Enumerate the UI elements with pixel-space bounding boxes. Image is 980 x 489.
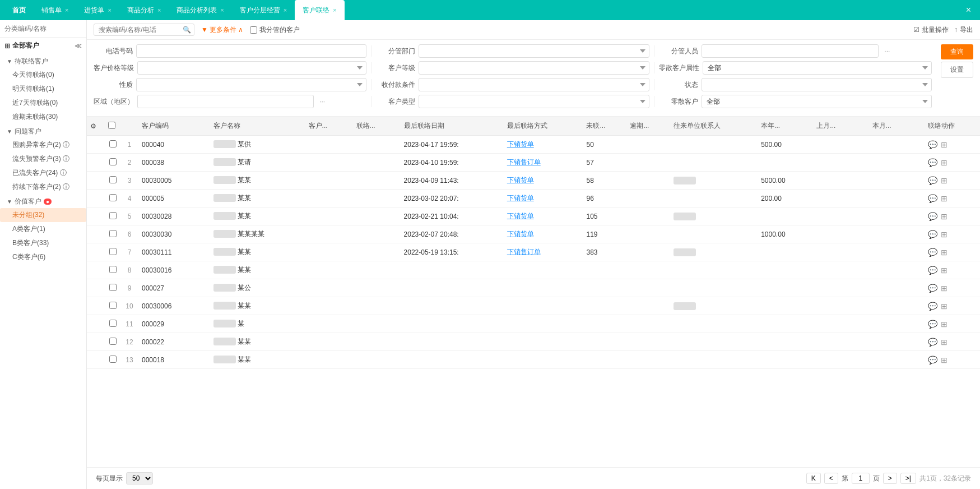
- comment-icon[interactable]: 💬: [928, 140, 937, 149]
- grid-action-icon[interactable]: ⊞: [941, 140, 948, 149]
- grid-action-icon[interactable]: ⊞: [941, 212, 948, 221]
- col-name[interactable]: 客户名称: [210, 117, 305, 136]
- row-name[interactable]: 某某: [210, 243, 305, 261]
- nature-select[interactable]: [136, 78, 366, 91]
- prev-page-btn[interactable]: <: [824, 473, 838, 484]
- sidebar-item-today-pending[interactable]: 今天待联络(0): [0, 68, 86, 82]
- phone-input[interactable]: [136, 44, 366, 58]
- comment-icon[interactable]: 💬: [928, 230, 937, 239]
- col-last-contact-method[interactable]: 最后联络方式: [504, 117, 583, 136]
- row-check-cell[interactable]: [105, 297, 120, 315]
- col-this-year[interactable]: 本年...: [758, 117, 813, 136]
- sidebar-pending-group[interactable]: ▼ 待联络客户: [0, 54, 86, 68]
- comment-icon[interactable]: 💬: [928, 320, 937, 329]
- dept-select[interactable]: [419, 44, 649, 58]
- row-last-contact-method[interactable]: 下销货单: [504, 225, 583, 243]
- grid-action-icon[interactable]: ⊞: [941, 338, 948, 347]
- sidebar-item-c-class[interactable]: C类客户(6): [0, 250, 86, 264]
- nav-product-analysis-close[interactable]: ×: [157, 7, 161, 13]
- row-checkbox[interactable]: [109, 212, 117, 219]
- my-customers-check[interactable]: [250, 26, 257, 34]
- query-btn[interactable]: 查询: [941, 44, 973, 59]
- contact-method-link[interactable]: 下销货单: [507, 230, 534, 238]
- my-customers-checkbox[interactable]: 我分管的客户: [250, 25, 300, 35]
- comment-icon[interactable]: 💬: [928, 212, 937, 221]
- customer-type-select[interactable]: [419, 95, 649, 108]
- row-last-contact-method[interactable]: 下销货单: [504, 136, 583, 154]
- grid-action-icon[interactable]: ⊞: [941, 176, 948, 185]
- nav-purchase-close[interactable]: ×: [108, 7, 111, 13]
- person-more-icon[interactable]: ···: [884, 47, 890, 55]
- col-last-month[interactable]: 上月...: [813, 117, 868, 136]
- row-checkbox[interactable]: [109, 194, 117, 201]
- sidebar-item-week-pending[interactable]: 近7天待联络(0): [0, 96, 86, 110]
- row-name[interactable]: 某某: [210, 351, 305, 369]
- row-checkbox[interactable]: [109, 302, 117, 309]
- row-check-cell[interactable]: [105, 351, 120, 369]
- sidebar-value-group[interactable]: ▼ 价值客户 ●: [0, 194, 86, 208]
- comment-icon[interactable]: 💬: [928, 194, 937, 203]
- grid-action-icon[interactable]: ⊞: [941, 194, 948, 203]
- contact-method-link[interactable]: 下销货单: [507, 212, 534, 220]
- comment-icon[interactable]: 💬: [928, 176, 937, 185]
- row-last-contact-method[interactable]: 下销货单: [504, 190, 583, 207]
- grid-action-icon[interactable]: ⊞: [941, 158, 948, 167]
- row-check-cell[interactable]: [105, 333, 120, 351]
- sidebar-search-input[interactable]: [4, 25, 87, 33]
- sidebar-item-overdue-pending[interactable]: 逾期未联络(30): [0, 110, 86, 124]
- nav-product-analysis-list-close[interactable]: ×: [220, 7, 224, 13]
- comment-icon[interactable]: 💬: [928, 284, 937, 293]
- status-select[interactable]: [702, 78, 932, 91]
- first-page-btn[interactable]: K: [806, 473, 821, 484]
- col-contact[interactable]: 联络...: [353, 117, 401, 136]
- col-last-contact-date[interactable]: 最后联络日期: [401, 117, 504, 136]
- select-all-checkbox[interactable]: [108, 122, 115, 129]
- nav-close-all[interactable]: ×: [962, 5, 976, 15]
- nav-customer-segment-close[interactable]: ×: [284, 7, 287, 13]
- row-checkbox[interactable]: [109, 284, 117, 291]
- contact-method-link[interactable]: 下销货单: [507, 176, 534, 184]
- row-name[interactable]: 某某: [210, 261, 305, 279]
- sidebar-item-tomorrow-pending[interactable]: 明天待联络(1): [0, 82, 86, 96]
- region-more-icon[interactable]: ···: [319, 98, 325, 105]
- row-name[interactable]: 某某某某: [210, 225, 305, 243]
- comment-icon[interactable]: 💬: [928, 302, 937, 311]
- row-checkbox[interactable]: [109, 158, 117, 165]
- retail-select[interactable]: 全部: [702, 95, 932, 108]
- comment-icon[interactable]: 💬: [928, 158, 937, 167]
- export-btn[interactable]: ↑ 导出: [954, 25, 973, 35]
- row-last-contact-method[interactable]: 下销货单: [504, 172, 583, 190]
- row-checkbox[interactable]: [109, 140, 117, 147]
- row-checkbox[interactable]: [109, 266, 117, 273]
- nav-product-analysis[interactable]: 商品分析 ×: [119, 0, 169, 20]
- sidebar-search-box[interactable]: 🔍: [0, 20, 86, 38]
- comment-icon[interactable]: 💬: [928, 356, 937, 365]
- comment-icon[interactable]: 💬: [928, 266, 937, 275]
- row-check-cell[interactable]: [105, 154, 120, 172]
- row-checkbox[interactable]: [109, 176, 117, 183]
- grid-action-icon[interactable]: ⊞: [941, 248, 948, 257]
- reset-btn[interactable]: 设置: [941, 62, 973, 78]
- col-code[interactable]: 客户编码: [138, 117, 210, 136]
- sidebar-item-hoarding-abnormal[interactable]: 囤购异常客户(2) ⓘ: [0, 138, 86, 152]
- filter-search-box[interactable]: 🔍: [94, 24, 194, 36]
- col-settings[interactable]: ⚙: [87, 117, 105, 136]
- filter-search-icon[interactable]: 🔍: [183, 26, 191, 34]
- row-checkbox[interactable]: [109, 338, 117, 345]
- row-check-cell[interactable]: [105, 261, 120, 279]
- sidebar-problem-group[interactable]: ▼ 问题客户: [0, 124, 86, 138]
- person-input[interactable]: [702, 44, 879, 58]
- grid-action-icon[interactable]: ⊞: [941, 356, 948, 365]
- sidebar-item-churn-warning[interactable]: 流失预警客户(3) ⓘ: [0, 152, 86, 166]
- attr-select[interactable]: 全部: [703, 61, 932, 75]
- comment-icon[interactable]: 💬: [928, 248, 937, 257]
- row-last-contact-method[interactable]: 下销售订单: [504, 243, 583, 261]
- sidebar-item-b-class[interactable]: B类客户(33): [0, 236, 86, 250]
- nav-product-analysis-list[interactable]: 商品分析列表 ×: [169, 0, 231, 20]
- more-conditions-btn[interactable]: ▼ 更多条件 ∧: [201, 25, 243, 35]
- row-name[interactable]: 某请: [210, 154, 305, 172]
- batch-ops-btn[interactable]: ☑ 批量操作: [913, 25, 949, 35]
- nav-sales-close[interactable]: ×: [65, 7, 68, 13]
- row-name[interactable]: 某某: [210, 190, 305, 207]
- next-page-btn[interactable]: >: [883, 473, 897, 484]
